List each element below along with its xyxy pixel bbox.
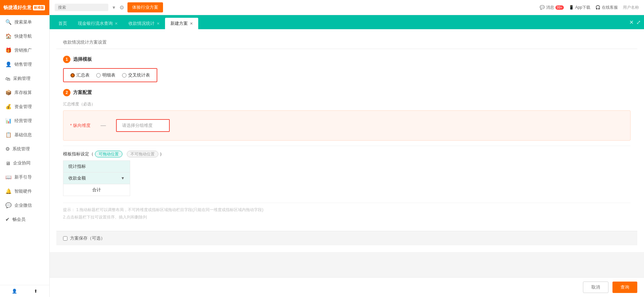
tab-label-bank-flow: 现金银行流水查询 <box>78 20 113 27</box>
step2-section: 2 方案配置 汇总维度（必选） * 纵向维度 — 请选择分组维度 <box>63 89 631 224</box>
sidebar-item-quick-nav[interactable]: 🏠快捷导航 <box>0 29 49 43</box>
save-checkbox[interactable] <box>63 236 67 241</box>
tab-home[interactable]: 首页 <box>53 18 72 29</box>
hint-text-2: 2.点击标题栏下拉可设置排序、插入列和删除列 <box>63 214 631 221</box>
radio-detail[interactable]: 明细表 <box>96 72 115 78</box>
sidebar-item-guide[interactable]: 📖新手引导 <box>0 170 49 184</box>
hint-text-1: 提示： 1.拖动标题栏可以调整布局，不可跨维度或指标区域拖动栏目字段(只能在同一… <box>63 206 631 214</box>
tab-receipt-stat[interactable]: 收款情况统计✕ <box>123 18 165 29</box>
step2-header: 2 方案配置 <box>63 89 631 96</box>
page-title: 收款情况统计方案设置 <box>63 40 107 45</box>
sidebar-icon-cooperation: 🖥 <box>5 160 10 166</box>
sidebar-icon-finance: 💰 <box>5 104 12 110</box>
sidebar-item-wechat[interactable]: 💬企业微信 <box>0 198 49 212</box>
message-area[interactable]: 💬 消息 99+ <box>540 5 564 10</box>
sidebar-label-search-menu: 搜索菜单 <box>14 19 32 25</box>
dropdown-icon[interactable]: ▼ <box>112 5 116 10</box>
step2-number: 2 <box>63 89 70 96</box>
sidebar-label-marketing: 营销推广 <box>14 47 32 53</box>
service-label: 在线客服 <box>602 5 618 10</box>
sidebar-bottom: 👤 ⬆ <box>0 285 49 297</box>
vertical-dimension-label: * 纵向维度 <box>70 122 91 129</box>
sidebar-item-marketing[interactable]: 🎁营销推广 <box>0 43 49 57</box>
radio-cross-label: 交叉统计表 <box>128 72 150 78</box>
sidebar-item-purchase[interactable]: 🛍采购管理 <box>0 71 49 86</box>
radio-cross[interactable]: 交叉统计表 <box>122 72 150 78</box>
expand-icon[interactable]: ⤢ <box>636 19 641 26</box>
search-input[interactable] <box>55 4 108 11</box>
close-all-icon[interactable]: ✕ <box>629 19 634 26</box>
radio-summary-label: 汇总表 <box>76 72 90 78</box>
metrics-section: 模板指标设定（ 可拖动位置 不可拖动位置 ） 统计指标 <box>63 151 631 196</box>
sidebar-item-member[interactable]: ✔畅会员 <box>0 212 49 227</box>
sidebar-label-purchase: 采购管理 <box>13 76 31 82</box>
tabs-controls: ✕ ⤢ <box>629 19 641 26</box>
industry-btn[interactable]: 体验行业方案 <box>127 2 163 12</box>
radio-detail-input[interactable] <box>96 73 101 78</box>
download-area[interactable]: 📱 App下载 <box>569 5 590 10</box>
form-area: 收款情况统计方案设置 1 选择模板 汇总表 <box>50 29 644 252</box>
sidebar-icon-operation: 📊 <box>5 118 12 124</box>
step1-title: 选择模板 <box>73 56 92 62</box>
sidebar-label-cooperation: 企业协同 <box>13 160 31 166</box>
step2-title: 方案配置 <box>73 90 92 96</box>
tab-label-home: 首页 <box>58 20 67 27</box>
metrics-column-header[interactable]: 收款金额 ▼ <box>63 172 130 184</box>
radio-summary-input[interactable] <box>70 73 75 78</box>
template-options-box: 汇总表 明细表 交叉统计表 <box>63 68 157 82</box>
sidebar-item-system[interactable]: ⚙系统管理 <box>0 142 49 156</box>
tab-new-plan[interactable]: 新建方案✕ <box>165 18 198 29</box>
cancel-button[interactable]: 取消 <box>583 282 608 293</box>
dimension-box: * 纵向维度 — 请选择分组维度 <box>63 110 631 141</box>
tab-label-receipt-stat: 收款情况统计 <box>128 20 155 27</box>
radio-detail-label: 明细表 <box>102 72 115 78</box>
settings-icon[interactable]: ⚙ <box>119 4 124 11</box>
sidebar-item-sales[interactable]: 👤销售管理 <box>0 57 49 71</box>
tab-bank-flow[interactable]: 现金银行流水查询✕ <box>72 18 123 29</box>
sidebar: 畅捷通好生意 标准版 🔍搜索菜单🏠快捷导航🎁营销推广👤销售管理🛍采购管理📦库存核… <box>0 0 50 297</box>
sidebar-item-finance[interactable]: 💰资金管理 <box>0 100 49 114</box>
footer-bar: 取消 查询 <box>50 277 644 297</box>
radio-summary[interactable]: 汇总表 <box>70 72 90 78</box>
metrics-label: 模板指标设定（ 可拖动位置 不可拖动位置 ） <box>63 151 164 157</box>
sidebar-item-inventory[interactable]: 📦库存核算 <box>0 86 49 100</box>
save-section: 方案保存（可选） <box>56 231 637 245</box>
metrics-total-cell: 合计 <box>63 184 130 196</box>
sidebar-item-hardware[interactable]: 🔔智能硬件 <box>0 184 49 198</box>
sidebar-item-search-menu[interactable]: 🔍搜索菜单 <box>0 15 49 29</box>
content-area: 收款情况统计方案设置 1 选择模板 汇总表 <box>50 29 644 277</box>
message-badge: 99+ <box>555 5 564 10</box>
radio-cross-input[interactable] <box>122 73 126 78</box>
divider1 <box>63 146 631 146</box>
query-button[interactable]: 查询 <box>612 282 637 293</box>
sidebar-icon-system: ⚙ <box>5 146 10 152</box>
sidebar-label-guide: 新手引导 <box>14 174 32 180</box>
user-name[interactable]: 用户名称 <box>623 5 639 10</box>
metrics-table: 统计指标 收款金额 ▼ 合计 <box>63 160 130 196</box>
sidebar-label-basic-info: 基础信息 <box>14 132 32 138</box>
sidebar-icon-search-menu: 🔍 <box>5 19 12 25</box>
sidebar-icon-inventory: 📦 <box>5 90 12 96</box>
tab-close-bank-flow[interactable]: ✕ <box>115 21 118 26</box>
metrics-table-header: 统计指标 <box>63 161 130 172</box>
sidebar-label-wechat: 企业微信 <box>14 202 32 208</box>
tab-label-new-plan: 新建方案 <box>170 20 188 27</box>
dimension-select[interactable]: 请选择分组维度 <box>116 119 170 132</box>
sidebar-label-finance: 资金管理 <box>14 104 32 110</box>
topbar-left: ▼ ⚙ 体验行业方案 <box>55 2 163 12</box>
service-area[interactable]: 🎧 在线客服 <box>595 5 618 10</box>
tab-close-new-plan[interactable]: ✕ <box>190 21 193 26</box>
tab-close-receipt-stat[interactable]: ✕ <box>157 21 160 26</box>
draggable-badge: 可拖动位置 <box>95 151 122 157</box>
sidebar-item-operation[interactable]: 📊经营管理 <box>0 114 49 128</box>
sidebar-label-sales: 销售管理 <box>14 61 32 67</box>
download-icon: 📱 <box>569 5 574 10</box>
sidebar-icon-quick-nav: 🏠 <box>5 33 12 39</box>
sidebar-item-cooperation[interactable]: 🖥企业协同 <box>0 156 49 170</box>
save-label: 方案保存（可选） <box>70 235 105 241</box>
sidebar-item-basic-info[interactable]: 📋基础信息 <box>0 128 49 142</box>
sidebar-icon-marketing: 🎁 <box>5 47 12 53</box>
column-chevron-icon: ▼ <box>121 176 125 181</box>
sidebar-icon-purchase: 🛍 <box>5 76 10 82</box>
sidebar-logo: 畅捷通好生意 标准版 <box>0 0 49 15</box>
